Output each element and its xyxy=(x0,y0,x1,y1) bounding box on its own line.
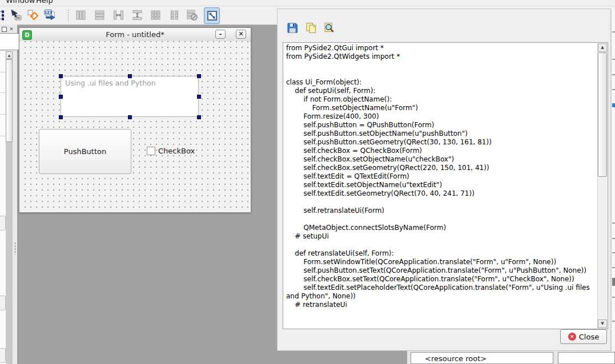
selection-handle[interactable] xyxy=(197,115,201,119)
selection-handle[interactable] xyxy=(59,95,63,99)
widget-box-dock: ✕ ▲ xyxy=(0,25,17,364)
close-button[interactable]: ✕ Close xyxy=(560,329,607,344)
code-view[interactable]: from PySide2.QtGui import * from PySide2… xyxy=(283,42,608,329)
checkbox-label: CheckBox xyxy=(158,147,195,155)
list-item[interactable] xyxy=(0,348,6,363)
dock-resize-handle[interactable] xyxy=(14,242,16,254)
list-item[interactable] xyxy=(0,216,6,230)
form-window-titlebar[interactable]: D Form - untitled* - ✕ xyxy=(19,28,251,42)
layout-form-icon[interactable] xyxy=(167,7,182,23)
designer-form-window: D Form - untitled* - ✕ Using .ui files a… xyxy=(19,27,251,213)
code-scrollbar-thumb[interactable] xyxy=(598,52,607,177)
textedit-placeholder: Using .ui files and Python xyxy=(65,79,156,87)
layout-vertical-splitter-icon[interactable] xyxy=(130,7,144,23)
selection-handle[interactable] xyxy=(59,115,63,119)
code-scrollbar[interactable]: ▲ ▼ xyxy=(597,43,607,328)
widget-box-list[interactable] xyxy=(0,51,6,364)
pushbutton-widget[interactable]: PushButton xyxy=(39,129,131,174)
checkbox-widget[interactable]: CheckBox xyxy=(147,147,195,155)
menu-window[interactable]: Window xyxy=(6,0,35,5)
resource-browser-panel: <resource root> xyxy=(407,351,615,364)
resource-root-item[interactable]: <resource root> xyxy=(425,354,487,363)
scroll-down-icon[interactable]: ▼ xyxy=(598,319,607,328)
layout-vertical-icon[interactable] xyxy=(92,7,107,23)
pushbutton-label: PushButton xyxy=(64,147,106,156)
find-icon[interactable] xyxy=(321,20,337,36)
toolbar-separator xyxy=(67,9,69,22)
dock-float-icon[interactable] xyxy=(1,26,7,33)
svg-text:123: 123 xyxy=(44,10,52,15)
edit-signals-slots-icon[interactable] xyxy=(9,7,23,23)
dock-scrollbar[interactable]: ▲ xyxy=(6,51,13,364)
code-text[interactable]: from PySide2.QtGui import * from PySide2… xyxy=(286,44,599,309)
layout-horizontal-icon[interactable] xyxy=(73,7,88,23)
selection-handle[interactable] xyxy=(128,115,132,119)
designer-form-icon: D xyxy=(22,30,32,40)
selection-handle[interactable] xyxy=(59,74,63,78)
selection-handle[interactable] xyxy=(197,95,201,99)
edit-tab-order-icon[interactable]: 123 xyxy=(42,7,57,23)
adjust-size-icon[interactable] xyxy=(204,7,220,24)
resource-tree[interactable]: <resource root> xyxy=(411,352,553,364)
dock-scrollbar-thumb[interactable] xyxy=(6,59,13,142)
selection-handle[interactable] xyxy=(197,74,201,78)
edit-buddies-icon[interactable] xyxy=(25,7,40,23)
checkbox-indicator[interactable] xyxy=(147,147,155,155)
background-window-edge xyxy=(611,9,615,351)
close-button-label: Close xyxy=(579,333,599,341)
layout-grid-icon[interactable] xyxy=(148,7,163,23)
selection-handle[interactable] xyxy=(128,74,132,78)
scroll-up-icon[interactable]: ▲ xyxy=(598,43,607,52)
code-preview-dialog: from PySide2.QtGui import * from PySide2… xyxy=(277,9,611,351)
edit-widgets-icon[interactable] xyxy=(0,7,7,23)
layout-horizontal-splitter-icon[interactable] xyxy=(111,7,126,23)
break-layout-icon[interactable] xyxy=(184,7,199,23)
dock-close-icon[interactable]: ✕ xyxy=(8,26,15,33)
list-item[interactable] xyxy=(0,296,6,310)
save-icon[interactable] xyxy=(284,20,300,36)
resource-list[interactable] xyxy=(558,352,615,364)
close-button-icon: ✕ xyxy=(568,333,576,341)
menu-help[interactable]: Help xyxy=(36,0,53,5)
menu-bar: Window Help xyxy=(0,0,615,6)
copy-icon[interactable] xyxy=(303,20,319,36)
textedit-widget[interactable]: Using .ui files and Python xyxy=(61,76,199,117)
close-window-button[interactable]: ✕ xyxy=(236,30,246,39)
minimize-button[interactable]: - xyxy=(215,30,226,39)
scroll-up-icon[interactable]: ▲ xyxy=(6,51,13,59)
form-canvas[interactable]: Using .ui files and Python PushButton Ch… xyxy=(20,41,250,212)
